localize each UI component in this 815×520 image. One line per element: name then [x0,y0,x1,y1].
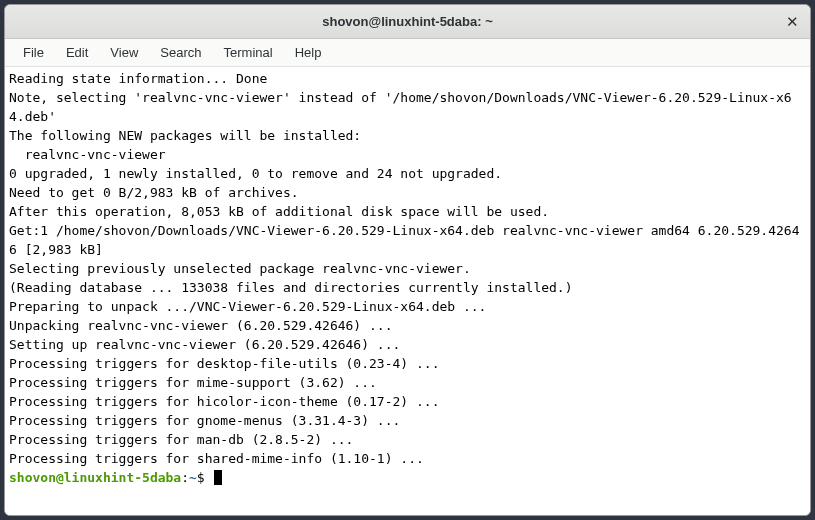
prompt-symbol: $ [197,470,205,485]
cursor [214,470,222,485]
close-icon: ✕ [786,13,799,31]
close-button[interactable]: ✕ [782,12,802,32]
menu-file[interactable]: File [13,41,54,64]
terminal-lines: Reading state information... Done Note, … [9,71,800,466]
menu-terminal[interactable]: Terminal [214,41,283,64]
menu-help[interactable]: Help [285,41,332,64]
menu-search[interactable]: Search [150,41,211,64]
menubar: File Edit View Search Terminal Help [5,39,810,67]
menu-edit[interactable]: Edit [56,41,98,64]
terminal-window: shovon@linuxhint-5daba: ~ ✕ File Edit Vi… [4,4,811,516]
menu-view[interactable]: View [100,41,148,64]
prompt-user-host: shovon@linuxhint-5daba [9,470,181,485]
terminal-output[interactable]: Reading state information... Done Note, … [5,67,810,515]
prompt-separator: : [181,470,189,485]
prompt-path: ~ [189,470,197,485]
titlebar[interactable]: shovon@linuxhint-5daba: ~ ✕ [5,5,810,39]
window-title: shovon@linuxhint-5daba: ~ [322,14,493,29]
